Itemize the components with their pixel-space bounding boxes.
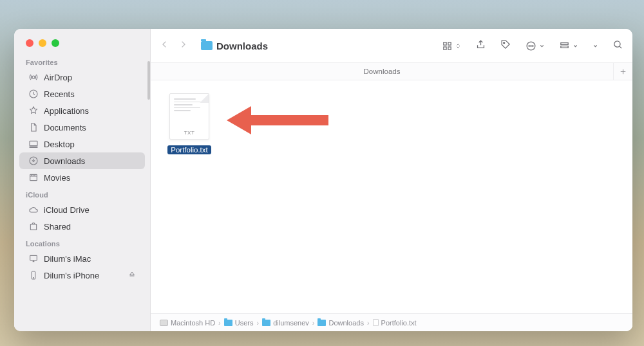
minimize-button[interactable] bbox=[39, 39, 46, 47]
svg-rect-11 bbox=[448, 42, 451, 44]
folder-icon bbox=[262, 320, 270, 326]
sidebar-item-label: Desktop bbox=[44, 140, 75, 149]
svg-rect-20 bbox=[561, 46, 568, 48]
chevron-down-icon bbox=[573, 40, 578, 51]
imac-icon bbox=[28, 253, 39, 264]
svg-rect-10 bbox=[444, 42, 446, 44]
desktop-icon bbox=[28, 139, 39, 149]
file-name-label[interactable]: Portfolio.txt bbox=[167, 145, 211, 154]
sidebar-item-label: Dilum's iMac bbox=[44, 254, 91, 264]
fullscreen-button[interactable] bbox=[52, 39, 59, 47]
sidebar-item-label: AirDrop bbox=[44, 73, 72, 82]
path-separator: › bbox=[312, 319, 315, 327]
main-pane: Downloads bbox=[151, 29, 632, 331]
tab-downloads[interactable]: Downloads bbox=[151, 68, 613, 75]
sidebar-item-movies[interactable]: Movies bbox=[19, 169, 145, 186]
toolbar-actions bbox=[442, 39, 623, 53]
share-button[interactable] bbox=[475, 39, 486, 53]
svg-point-18 bbox=[533, 45, 533, 46]
file-extension-badge: TXT bbox=[170, 130, 209, 136]
finder-window: Favorites AirDrop Recents Applications D… bbox=[14, 29, 632, 331]
sidebar-item-airdrop[interactable]: AirDrop bbox=[19, 69, 145, 86]
sidebar-scrollbar[interactable] bbox=[147, 61, 150, 100]
svg-point-17 bbox=[531, 45, 531, 46]
annotation-arrow bbox=[227, 101, 330, 140]
view-mode-button[interactable] bbox=[442, 40, 461, 51]
search-button[interactable] bbox=[612, 39, 623, 53]
path-segment-users[interactable]: Users bbox=[224, 319, 254, 327]
sidebar-item-label: Shared bbox=[44, 222, 71, 232]
path-segment-user[interactable]: dilumsenev bbox=[262, 319, 309, 327]
sidebar-section-favorites: Favorites bbox=[14, 53, 150, 69]
movies-icon bbox=[28, 172, 39, 183]
svg-rect-6 bbox=[30, 224, 36, 230]
applications-icon bbox=[28, 105, 39, 116]
file-grid[interactable]: TXT Portfolio.txt bbox=[151, 80, 632, 313]
path-segment-hd[interactable]: Macintosh HD bbox=[160, 319, 215, 327]
svg-rect-19 bbox=[561, 42, 568, 44]
overflow-chevron[interactable] bbox=[592, 40, 598, 51]
clock-icon bbox=[28, 89, 39, 99]
sidebar-item-label: Movies bbox=[44, 173, 70, 183]
chevron-updown-icon bbox=[455, 40, 461, 51]
sidebar-item-downloads[interactable]: Downloads bbox=[19, 152, 145, 169]
sidebar: Favorites AirDrop Recents Applications D… bbox=[14, 29, 151, 331]
txt-file-icon: TXT bbox=[169, 93, 209, 140]
svg-marker-22 bbox=[227, 106, 328, 134]
sidebar-item-desktop[interactable]: Desktop bbox=[19, 136, 145, 152]
group-button[interactable] bbox=[559, 40, 578, 51]
svg-rect-13 bbox=[448, 46, 451, 49]
eject-icon[interactable] bbox=[128, 271, 136, 280]
back-button[interactable] bbox=[160, 39, 169, 53]
sidebar-item-label: Applications bbox=[44, 106, 89, 116]
window-title: Downloads bbox=[201, 41, 268, 51]
svg-point-14 bbox=[504, 42, 505, 43]
sidebar-item-shared[interactable]: Shared bbox=[19, 218, 145, 235]
action-menu-button[interactable] bbox=[526, 40, 545, 51]
sidebar-item-iphone[interactable]: Dilum's iPhone bbox=[19, 267, 145, 284]
nav-buttons bbox=[160, 39, 188, 53]
sidebar-item-documents[interactable]: Documents bbox=[19, 119, 145, 136]
svg-rect-7 bbox=[30, 255, 37, 260]
sidebar-item-label: iCloud Drive bbox=[44, 205, 90, 215]
forward-button[interactable] bbox=[178, 39, 188, 53]
title-text: Downloads bbox=[216, 41, 268, 51]
sidebar-item-recents[interactable]: Recents bbox=[19, 86, 145, 102]
svg-point-9 bbox=[33, 278, 34, 278]
sidebar-item-label: Dilum's iPhone bbox=[44, 271, 99, 280]
airdrop-icon bbox=[28, 72, 39, 82]
tag-button[interactable] bbox=[500, 39, 511, 53]
iphone-icon bbox=[28, 270, 39, 280]
sidebar-item-label: Recents bbox=[44, 89, 75, 99]
new-tab-button[interactable] bbox=[613, 63, 632, 80]
document-icon bbox=[28, 122, 39, 132]
sidebar-item-label: Documents bbox=[44, 123, 86, 132]
window-controls bbox=[14, 29, 150, 53]
path-bar: Macintosh HD › Users › dilumsenev › Down… bbox=[151, 313, 632, 331]
path-separator: › bbox=[256, 319, 259, 327]
svg-rect-12 bbox=[444, 46, 446, 49]
shared-icon bbox=[28, 221, 39, 232]
folder-icon bbox=[224, 320, 232, 326]
sidebar-item-imac[interactable]: Dilum's iMac bbox=[19, 250, 145, 267]
sidebar-item-icloud-drive[interactable]: iCloud Drive bbox=[19, 201, 145, 218]
sidebar-item-applications[interactable]: Applications bbox=[19, 102, 145, 119]
sidebar-item-label: Downloads bbox=[44, 156, 85, 166]
svg-rect-2 bbox=[30, 141, 37, 145]
cloud-icon bbox=[28, 205, 39, 215]
path-segment-file[interactable]: Portfolio.txt bbox=[373, 319, 417, 327]
folder-icon bbox=[317, 320, 326, 326]
download-icon bbox=[28, 156, 39, 166]
folder-icon bbox=[201, 41, 213, 50]
svg-point-21 bbox=[614, 41, 620, 46]
file-item[interactable]: TXT Portfolio.txt bbox=[164, 93, 215, 155]
close-button[interactable] bbox=[26, 39, 33, 47]
hd-icon bbox=[160, 320, 168, 326]
svg-point-16 bbox=[529, 45, 529, 46]
toolbar: Downloads bbox=[151, 29, 632, 62]
svg-rect-3 bbox=[30, 147, 37, 147]
path-segment-downloads[interactable]: Downloads bbox=[317, 319, 363, 327]
chevron-down-icon bbox=[539, 40, 545, 51]
sidebar-section-locations: Locations bbox=[14, 235, 150, 250]
path-separator: › bbox=[218, 319, 221, 327]
